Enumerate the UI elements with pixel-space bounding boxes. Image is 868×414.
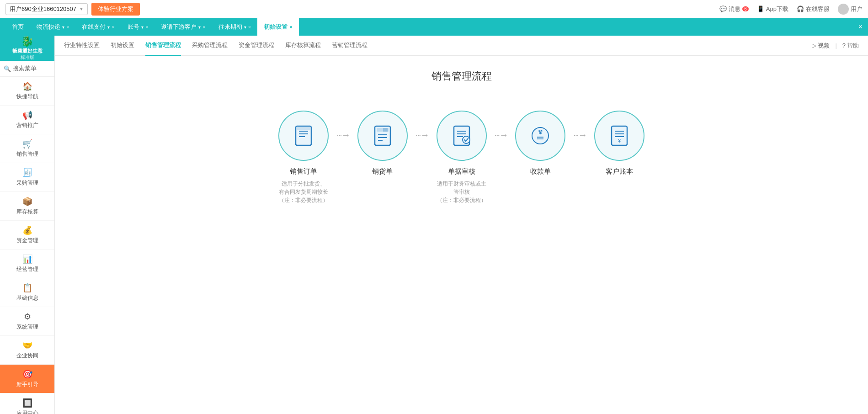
subtab-marketing-flow[interactable]: 营销管理流程 bbox=[332, 36, 367, 56]
flow-chart: 销售订单 适用于分批发货、有合同发货周期较长（注：非必要流程） ···→ bbox=[73, 111, 850, 204]
user-label: 用户690企业1660120507 bbox=[10, 5, 76, 13]
page-title: 销售管理流程 bbox=[73, 69, 850, 83]
sidebar-item-app-center[interactable]: 🔲 应用中心 bbox=[0, 393, 54, 414]
avatar bbox=[838, 4, 849, 15]
sidebar-item-system[interactable]: ⚙ 系统管理 bbox=[0, 307, 54, 336]
headset-icon: 🎧 bbox=[797, 5, 804, 12]
close-icon[interactable]: × bbox=[289, 24, 292, 30]
sub-tabs: 行业特性设置 初始设置 销售管理流程 采购管理流程 资金管理流程 库存核算流程 … bbox=[55, 36, 868, 56]
subtab-finance-flow[interactable]: 资金管理流程 bbox=[239, 36, 274, 56]
help-button[interactable]: ? 帮助 bbox=[842, 42, 859, 50]
flow-name-2: 单据审核 bbox=[448, 167, 475, 176]
sidebar-item-enterprise-collab[interactable]: 🤝 企业协同 bbox=[0, 336, 54, 365]
sidebar-item-purchase[interactable]: 🧾 采购管理 bbox=[0, 163, 54, 192]
online-service-button[interactable]: 🎧 在线客服 bbox=[797, 5, 830, 13]
sidebar-item-label: 采购管理 bbox=[16, 179, 38, 187]
chevron-icon: ▾ bbox=[141, 25, 144, 30]
nav-tab-period[interactable]: 往来期初 ▾ × bbox=[212, 18, 257, 36]
flow-item-payment: ¥ 收款单 bbox=[504, 111, 577, 180]
app-icon: 📱 bbox=[757, 5, 764, 12]
flow-name-3: 收款单 bbox=[530, 167, 551, 176]
search-menu-button[interactable]: 🔍 搜索菜单 bbox=[0, 61, 54, 77]
home-icon: 🏠 bbox=[22, 81, 32, 91]
sidebar-item-label: 库存核算 bbox=[16, 208, 38, 216]
flow-circle-payment: ¥ bbox=[515, 111, 565, 161]
flow-desc-0: 适用于分批发货、有合同发货周期较长（注：非必要流程） bbox=[279, 180, 328, 204]
subtab-init[interactable]: 初始设置 bbox=[111, 36, 134, 56]
sidebar-item-base-info[interactable]: 📋 基础信息 bbox=[0, 278, 54, 307]
app-download-button[interactable]: 📱 App下载 bbox=[757, 5, 788, 13]
flow-desc-2: 适用于财务审核或主管审核（注：非必要流程） bbox=[437, 180, 486, 204]
marketing-icon: 📢 bbox=[22, 110, 32, 120]
nav-tab-payment[interactable]: 在线支付 ▾ × bbox=[75, 18, 121, 36]
nav-tab-invite[interactable]: 邀请下游客户 ▾ × bbox=[154, 18, 212, 36]
purchase-icon: 🧾 bbox=[22, 168, 32, 178]
svg-rect-4 bbox=[297, 127, 310, 130]
sidebar-item-label: 经营管理 bbox=[16, 265, 38, 273]
user-avatar-area[interactable]: 用户 bbox=[838, 4, 863, 15]
logo-text: 畅康通好生意 bbox=[12, 48, 43, 54]
close-all-tabs-button[interactable]: × bbox=[858, 23, 863, 31]
flow-item-sales-order: 销售订单 适用于分批发货、有合同发货周期较长（注：非必要流程） bbox=[267, 111, 340, 204]
inventory-icon: 📦 bbox=[22, 196, 32, 207]
flow-name-4: 客户账本 bbox=[606, 167, 633, 176]
sidebar-item-quick-nav[interactable]: 🏠 快捷导航 bbox=[0, 77, 54, 106]
settings-icon: ⚙ bbox=[24, 312, 31, 322]
search-menu-label: 搜索菜单 bbox=[13, 64, 37, 73]
page-content: 销售管理流程 销售订单 适用于分批发货、有合同 bbox=[55, 56, 868, 414]
svg-point-14 bbox=[463, 136, 470, 143]
nav-tab-account[interactable]: 账号 ▾ × bbox=[121, 18, 154, 36]
flow-item-ledger: ¥ 客户账本 bbox=[583, 111, 656, 180]
close-icon[interactable]: × bbox=[145, 24, 148, 30]
video-button[interactable]: ▷ 视频 bbox=[812, 42, 830, 50]
content-area: 行业特性设置 初始设置 销售管理流程 采购管理流程 资金管理流程 库存核算流程 … bbox=[55, 36, 868, 414]
flow-name-0: 销售订单 bbox=[290, 167, 317, 176]
sidebar-item-label: 新手引导 bbox=[16, 381, 38, 388]
operations-icon: 📊 bbox=[22, 254, 32, 264]
close-icon[interactable]: × bbox=[202, 24, 205, 30]
top-bar-left: 用户690企业1660120507 ▼ 体验行业方案 bbox=[5, 3, 140, 16]
sidebar-item-label: 系统管理 bbox=[16, 323, 38, 331]
sidebar-item-operations[interactable]: 📊 经营管理 bbox=[0, 249, 54, 278]
flow-circle-invoice bbox=[357, 111, 408, 161]
search-icon: 🔍 bbox=[4, 65, 11, 72]
collab-icon: 🤝 bbox=[22, 340, 32, 350]
flow-circle-sales-order bbox=[278, 111, 329, 161]
subtab-industry[interactable]: 行业特性设置 bbox=[64, 36, 100, 56]
nav-tab-init-settings[interactable]: 初始设置 × bbox=[257, 18, 298, 36]
flow-item-invoice: 销货单 bbox=[346, 111, 419, 180]
app-center-icon: 🔲 bbox=[22, 398, 32, 408]
top-bar: 用户690企业1660120507 ▼ 体验行业方案 💬 消息 6 📱 App下… bbox=[0, 0, 868, 18]
sub-tabs-right: ▷ 视频 | ? 帮助 bbox=[812, 42, 859, 50]
sidebar-item-label: 企业协同 bbox=[16, 352, 38, 360]
sidebar-item-inventory[interactable]: 📦 库存核算 bbox=[0, 192, 54, 221]
user-selector[interactable]: 用户690企业1660120507 ▼ bbox=[5, 3, 88, 15]
message-label: 消息 bbox=[729, 5, 740, 13]
chevron-icon: ▾ bbox=[198, 25, 201, 30]
close-icon[interactable]: × bbox=[112, 24, 114, 30]
finance-icon: 💰 bbox=[22, 225, 32, 235]
sidebar-item-sales[interactable]: 🛒 销售管理 bbox=[0, 134, 54, 163]
close-icon[interactable]: × bbox=[248, 24, 251, 30]
main-layout: 🐉 畅康通好生意 标准版 🔍 搜索菜单 🏠 快捷导航 📢 营销推广 🛒 销售管理… bbox=[0, 36, 868, 414]
message-icon: 💬 bbox=[719, 5, 727, 12]
username-label: 用户 bbox=[851, 5, 863, 13]
guide-icon: 🎯 bbox=[22, 369, 32, 379]
chevron-down-icon: ▼ bbox=[79, 6, 84, 11]
flow-circle-audit bbox=[437, 111, 487, 161]
nav-tab-home[interactable]: 首页 bbox=[5, 18, 30, 36]
trial-button[interactable]: 体验行业方案 bbox=[91, 3, 140, 16]
nav-tabs: 首页 物流快递 ▾ × 在线支付 ▾ × 账号 ▾ × 邀请下游客户 ▾ × 往… bbox=[0, 18, 868, 36]
close-icon[interactable]: × bbox=[66, 24, 69, 30]
flow-name-1: 销货单 bbox=[372, 167, 393, 176]
message-button[interactable]: 💬 消息 6 bbox=[719, 5, 749, 13]
nav-tab-logistics[interactable]: 物流快递 ▾ × bbox=[30, 18, 75, 36]
chevron-icon: ▾ bbox=[244, 25, 246, 30]
sidebar-item-new-guide[interactable]: 🎯 新手引导 bbox=[0, 365, 54, 393]
subtab-inventory-flow[interactable]: 库存核算流程 bbox=[285, 36, 321, 56]
sidebar-item-marketing[interactable]: 📢 营销推广 bbox=[0, 106, 54, 134]
subtab-sales-flow[interactable]: 销售管理流程 bbox=[145, 36, 181, 56]
svg-text:¥: ¥ bbox=[618, 138, 621, 143]
subtab-purchase-flow[interactable]: 采购管理流程 bbox=[192, 36, 228, 56]
sidebar-item-finance[interactable]: 💰 资金管理 bbox=[0, 221, 54, 249]
